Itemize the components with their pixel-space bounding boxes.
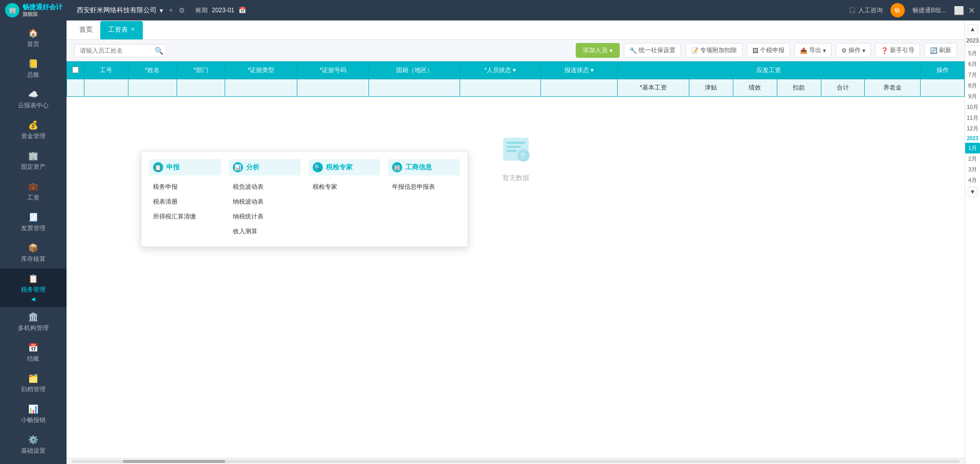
sidebar-label-asset: 固定资产 xyxy=(21,163,46,171)
logo-area: 🏢 畅捷通好会计 旗舰版 xyxy=(5,3,72,17)
calendar-icon[interactable]: 📅 xyxy=(238,7,246,14)
refresh-label: 刷新 xyxy=(939,46,951,55)
customer-service-btn[interactable]: 🎧 人工咨询 xyxy=(848,6,883,15)
month-4[interactable]: 4月 xyxy=(965,175,980,186)
tax-declaration-btn[interactable]: 🖼 个税申报 xyxy=(747,43,790,58)
refresh-icon: 🔄 xyxy=(930,47,938,54)
window-restore-btn[interactable]: ⬜ xyxy=(954,6,964,15)
headset-icon: 🎧 xyxy=(848,7,856,14)
month-10[interactable]: 10月 xyxy=(965,102,980,113)
sidebar-item-basic[interactable]: ⚙️ 基础设置 xyxy=(0,430,67,460)
col-checkbox[interactable] xyxy=(67,62,84,79)
sidebar-item-ledger[interactable]: 📒 总账 xyxy=(0,54,67,84)
month-5[interactable]: 5月 xyxy=(965,48,980,59)
export-label: 导出 xyxy=(809,46,821,55)
tab-home[interactable]: 首页 xyxy=(72,21,100,39)
menu-tax-expert-item[interactable]: 税检专家 xyxy=(309,180,381,194)
inventory-icon: 📦 xyxy=(28,243,38,253)
sidebar-item-inventory[interactable]: 📦 库存核算 xyxy=(0,238,67,269)
col-region: 国籍（地区） xyxy=(369,62,460,79)
sub-col-base-salary: *基本工资 xyxy=(617,79,689,97)
sidebar-item-home[interactable]: 🏠 首页 xyxy=(0,23,67,54)
company-dropdown-icon[interactable]: ▾ xyxy=(160,7,163,14)
social-security-label: 统一社保设置 xyxy=(639,46,676,55)
month-11[interactable]: 11月 xyxy=(965,113,980,123)
report-icon: 📊 xyxy=(28,404,38,414)
month-12[interactable]: 12月 xyxy=(965,123,980,134)
sidebar-item-archive[interactable]: 🗂️ 归档管理 xyxy=(0,368,67,399)
sidebar-label-home: 首页 xyxy=(27,40,39,49)
business-section-label: 工商信息 xyxy=(405,163,432,172)
month-3[interactable]: 3月 xyxy=(965,164,980,175)
month-8[interactable]: 8月 xyxy=(965,80,980,91)
app-name: 畅捷通好会计 xyxy=(23,3,62,11)
tax-declaration-icon: 🖼 xyxy=(752,47,758,54)
add-person-button[interactable]: 添加人员 ▾ xyxy=(576,43,620,58)
company-selector[interactable]: 西安虾米网络科技有限公司 ▾ xyxy=(77,6,163,15)
sidebar-item-tax[interactable]: 📋 税务管理 ◀ xyxy=(0,269,67,307)
user-name[interactable]: 畅捷通B组... xyxy=(912,6,946,15)
company-name: 西安虾米网络科技有限公司 xyxy=(77,6,157,15)
sub-col-op xyxy=(921,79,965,97)
sidebar-label-fund: 资金管理 xyxy=(21,132,46,141)
month-2[interactable]: 2月 xyxy=(965,153,980,164)
scroll-thumb[interactable] xyxy=(123,460,225,463)
report-status-filter-icon[interactable]: ▾ xyxy=(591,67,594,74)
empty-text: 暂无数据 xyxy=(503,173,529,183)
scroll-track[interactable] xyxy=(72,460,960,463)
new-guide-icon: ❓ xyxy=(881,47,888,54)
salary-icon: 💼 xyxy=(28,182,38,191)
menu-tax-stat[interactable]: 纳税统计表 xyxy=(229,209,301,224)
menu-tax-burden[interactable]: 税负波动表 xyxy=(229,180,301,194)
tab-salary-table[interactable]: 工资表 ✕ xyxy=(100,21,143,39)
col-wages-group: 应发工资 xyxy=(617,62,921,79)
analysis-section-label: 分析 xyxy=(246,163,259,172)
analysis-section-icon: 📊 xyxy=(233,162,243,172)
social-security-btn[interactable]: 🔧 统一社保设置 xyxy=(624,43,681,58)
menu-income-calc[interactable]: 所得税汇算清缴 xyxy=(149,209,221,224)
export-btn[interactable]: 📤 导出 ▾ xyxy=(794,43,832,58)
panel-down-btn[interactable]: ▼ xyxy=(968,187,978,197)
sidebar-item-period-end[interactable]: 📅 结账 xyxy=(0,338,67,368)
sidebar-item-guide[interactable]: 🆕 新手引导 xyxy=(0,460,67,464)
col-status: *人员状态 ▾ xyxy=(460,62,540,79)
search-icon[interactable]: 🔍 xyxy=(155,47,163,55)
app-edition: 旗舰版 xyxy=(23,11,62,17)
sidebar-item-asset[interactable]: 🏢 固定资产 xyxy=(0,146,67,176)
sidebar-label-tax: 税务管理 xyxy=(21,285,46,294)
sidebar-item-fund[interactable]: 💰 资金管理 xyxy=(0,115,67,146)
month-9[interactable]: 9月 xyxy=(965,91,980,102)
settings-btn[interactable]: ⚙ xyxy=(179,6,185,14)
select-all-checkbox[interactable] xyxy=(72,67,79,73)
new-guide-btn[interactable]: ❓ 新手引导 xyxy=(875,43,920,58)
top-right: 🎧 人工咨询 畅 畅捷通B组... ⬜ ✕ xyxy=(848,3,975,17)
search-input[interactable] xyxy=(74,44,166,57)
menu-tax-table[interactable]: 税表清册 xyxy=(149,194,221,209)
menu-annual-report[interactable]: 年报信息申报表 xyxy=(388,180,460,194)
add-company-btn[interactable]: ＋ xyxy=(167,6,175,15)
status-filter-icon[interactable]: ▾ xyxy=(513,67,516,74)
month-7[interactable]: 7月 xyxy=(965,70,980,80)
new-guide-label: 新手引导 xyxy=(890,46,914,55)
menu-tax-dynamic[interactable]: 纳税波动表 xyxy=(229,194,301,209)
panel-up-btn[interactable]: ▲ xyxy=(968,24,978,34)
sidebar-item-report[interactable]: 📊 小畅报销 xyxy=(0,399,67,430)
svg-rect-2 xyxy=(507,146,521,148)
sidebar-item-cloud-report[interactable]: ☁️ 云报表中心 xyxy=(0,84,67,115)
refresh-btn[interactable]: 🔄 刷新 xyxy=(924,43,957,58)
tab-salary-table-close[interactable]: ✕ xyxy=(130,26,135,33)
window-close-btn[interactable]: ✕ xyxy=(968,6,975,15)
sidebar-label-period-end: 结账 xyxy=(27,355,39,363)
month-1[interactable]: 1月 xyxy=(965,143,980,153)
special-deduction-btn[interactable]: 📝 专项附加扣除 xyxy=(685,43,743,58)
month-6[interactable]: 6月 xyxy=(965,59,980,70)
sidebar-item-multi-org[interactable]: 🏛️ 多机构管理 xyxy=(0,307,67,338)
sidebar-item-invoice[interactable]: 🧾 发票管理 xyxy=(0,207,67,238)
sidebar-label-inventory: 库存核算 xyxy=(21,255,46,263)
empty-icon: ? xyxy=(495,127,536,168)
declaration-section-label: 申报 xyxy=(166,163,180,172)
menu-tax-report[interactable]: 税务申报 xyxy=(149,180,221,194)
operation-btn[interactable]: ⚙ 操作 ▾ xyxy=(836,43,871,58)
menu-income-calc2[interactable]: 收入测算 xyxy=(229,224,301,239)
sidebar-item-salary[interactable]: 💼 工资 xyxy=(0,176,67,207)
